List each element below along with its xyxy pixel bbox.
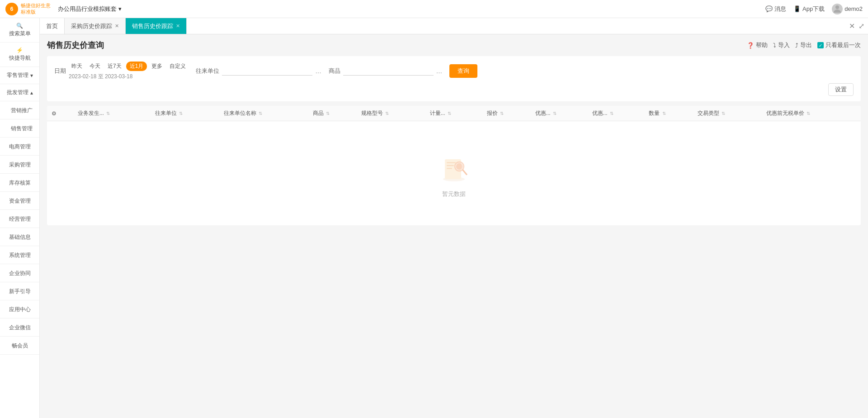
close-purchase-tab-btn[interactable]: ✕ [115, 23, 119, 29]
sidebar-item-enterprise-wechat[interactable]: 企业微信 [0, 318, 39, 337]
sidebar-item-guide[interactable]: 新手引导 [0, 282, 39, 300]
sidebar-item-search-menu[interactable]: 🔍 搜索菜单 [0, 18, 39, 43]
logo-icon: 6 [5, 3, 18, 15]
sort-arrows-spec: ⇅ [385, 111, 389, 116]
settings-button[interactable]: 设置 [828, 83, 854, 96]
date-btn-1month[interactable]: 近1月 [126, 62, 147, 71]
sort-arrows-price: ⇅ [500, 111, 504, 116]
sidebar-item-wholesale-mgmt[interactable]: 批发管理 ▴ [0, 84, 39, 101]
filter-row-1: 日期 昨天 今天 近7天 近1月 更多 自定义 2023-02-18 至 202… [54, 62, 854, 81]
col-unit[interactable]: 计量... ⇅ [425, 106, 482, 121]
col-price[interactable]: 报价 ⇅ [482, 106, 531, 121]
search-icon: 🔍 [2, 23, 38, 29]
empty-text: 暂元数据 [442, 190, 466, 198]
sidebar-item-sys-mgmt[interactable]: 系统管理 [0, 246, 39, 264]
col-trade-type[interactable]: 交易类型 ⇅ [693, 106, 762, 121]
sort-arrows-biz-date: ⇅ [106, 111, 110, 116]
show-last-checkbox[interactable]: ✓ 只看最后一次 [817, 41, 861, 49]
sidebar-item-ops[interactable]: 经营管理 [0, 210, 39, 228]
export-btn[interactable]: ⤴ 导出 [795, 41, 812, 49]
col-partner-code[interactable]: 往来单位 ⇅ [151, 106, 219, 121]
tab-purchase-history[interactable]: 采购历史价跟踪 ✕ [65, 18, 126, 34]
sort-arrows-quantity: ⇅ [662, 111, 666, 116]
sidebar-item-enterprise[interactable]: 企业协同 [0, 264, 39, 282]
message-btn[interactable]: 💬 消息 [765, 5, 786, 13]
date-btn-today[interactable]: 今天 [87, 62, 103, 71]
svg-point-0 [835, 5, 839, 9]
table-header: ⚙ 业务发生... ⇅ 往来单位 ⇅ 往来单位名称 [47, 106, 861, 121]
col-biz-date[interactable]: 业务发生... ⇅ [73, 106, 151, 121]
checkbox-icon: ✓ [817, 42, 824, 48]
partner-input[interactable] [222, 66, 312, 76]
svg-rect-3 [447, 162, 456, 163]
page-header-actions: ❓ 帮助 ⤵ 导入 ⤴ 导出 ✓ 只看最后一次 [747, 41, 861, 49]
goods-dots-btn[interactable]: ... [436, 67, 442, 75]
tab-home[interactable]: 首页 [40, 18, 65, 34]
close-sales-tab-btn[interactable]: ✕ [176, 23, 180, 29]
empty-illustration [436, 148, 472, 185]
user-profile[interactable]: demo2 [832, 4, 863, 14]
gear-icon: ⚙ [52, 110, 57, 117]
help-icon: ❓ [747, 42, 754, 49]
page-title: 销售历史价查询 [47, 40, 104, 51]
sort-arrows-trade-type: ⇅ [722, 111, 725, 116]
app-download-btn[interactable]: 📱 App下载 [793, 5, 825, 13]
sort-arrows-discount2: ⇅ [610, 111, 613, 116]
partner-dots-btn[interactable]: ... [315, 67, 321, 75]
sidebar-item-ecommerce[interactable]: 电商管理 [0, 138, 39, 156]
page-content: 销售历史价查询 ❓ 帮助 ⤵ 导入 ⤴ 导出 ✓ [40, 34, 868, 418]
sort-arrows-partner-name: ⇅ [259, 111, 262, 116]
sidebar-item-quick-nav[interactable]: ⚡ 快捷导航 [0, 43, 39, 67]
date-buttons: 昨天 今天 近7天 近1月 更多 自定义 [69, 62, 189, 71]
download-icon: 📱 [793, 5, 801, 12]
date-btn-yesterday[interactable]: 昨天 [69, 62, 85, 71]
goods-input[interactable] [343, 66, 434, 76]
chevron-down-icon: ▾ [118, 5, 122, 12]
avatar [832, 4, 843, 14]
content-area: 首页 采购历史价跟踪 ✕ 销售历史价跟踪 ✕ ✕ ⤢ 销售历史价查询 [40, 18, 868, 418]
nav-icon: ⚡ [2, 47, 38, 53]
col-pretax-price[interactable]: 优惠前无税单价 ⇅ [762, 106, 861, 121]
date-filter-group: 日期 昨天 今天 近7天 近1月 更多 自定义 2023-02-18 至 202… [54, 62, 189, 81]
export-icon: ⤴ [795, 42, 798, 49]
help-btn[interactable]: ❓ 帮助 [747, 41, 768, 49]
sidebar-item-purchase[interactable]: 采购管理 [0, 156, 39, 174]
topbar-right: 💬 消息 📱 App下载 demo2 [765, 4, 863, 14]
filter-bar: 日期 昨天 今天 近7天 近1月 更多 自定义 2023-02-18 至 202… [47, 56, 861, 101]
close-all-tabs-btn[interactable]: ✕ [849, 22, 855, 30]
sidebar-item-app-center[interactable]: 应用中心 [0, 300, 39, 318]
col-quantity[interactable]: 数量 ⇅ [644, 106, 693, 121]
sidebar-item-marketing[interactable]: 营销推广 [0, 101, 39, 119]
col-goods[interactable]: 商品 ⇅ [308, 106, 357, 121]
app-selector[interactable]: 办公用品行业模拟账套 ▾ [54, 3, 125, 15]
sidebar-item-basic-info[interactable]: 基础信息 [0, 228, 39, 246]
tab-sales-history[interactable]: 销售历史价跟踪 ✕ [126, 18, 187, 34]
import-btn[interactable]: ⤵ 导入 [773, 41, 790, 49]
sidebar-item-sales-mgmt[interactable]: 销售管理 [0, 119, 39, 138]
chevron-up-icon: ▴ [30, 90, 33, 96]
sidebar-item-retail-mgmt[interactable]: 零售管理 ▾ [0, 67, 39, 84]
sidebar-item-fund[interactable]: 资金管理 [0, 192, 39, 210]
col-discount1[interactable]: 优惠... ⇅ [531, 106, 588, 121]
sidebar-item-inventory[interactable]: 库存核算 [0, 174, 39, 192]
col-spec[interactable]: 规格型号 ⇅ [357, 106, 425, 121]
date-btn-custom[interactable]: 自定义 [167, 62, 189, 71]
sort-arrows-discount1: ⇅ [553, 111, 557, 116]
svg-rect-5 [447, 168, 452, 169]
col-gear[interactable]: ⚙ [47, 106, 73, 121]
query-button[interactable]: 查询 [449, 64, 477, 78]
topbar-left: 6 畅捷信好生意 标准版 办公用品行业模拟账套 ▾ [5, 3, 125, 15]
col-partner-name[interactable]: 往来单位名称 ⇅ [219, 106, 308, 121]
main-layout: 🔍 搜索菜单 ⚡ 快捷导航 零售管理 ▾ 批发管理 ▴ 营销推广 销售管理 电商… [0, 18, 868, 418]
table-area: ⚙ 业务发生... ⇅ 往来单位 ⇅ 往来单位名称 [47, 106, 861, 225]
sidebar-item-member[interactable]: 畅会员 [0, 337, 39, 355]
maximize-btn[interactable]: ⤢ [859, 22, 864, 30]
date-btn-7days[interactable]: 近7天 [105, 62, 124, 71]
topbar: 6 畅捷信好生意 标准版 办公用品行业模拟账套 ▾ 💬 消息 📱 App下载 d… [0, 0, 868, 18]
partner-filter-group: 往来单位 ... [196, 66, 321, 76]
col-discount2[interactable]: 优惠... ⇅ [588, 106, 645, 121]
filter-row-2: 设置 [54, 83, 854, 96]
date-btn-more[interactable]: 更多 [149, 62, 165, 71]
data-table: ⚙ 业务发生... ⇅ 往来单位 ⇅ 往来单位名称 [47, 106, 861, 121]
date-range-display: 2023-02-18 至 2023-03-18 [69, 73, 189, 81]
